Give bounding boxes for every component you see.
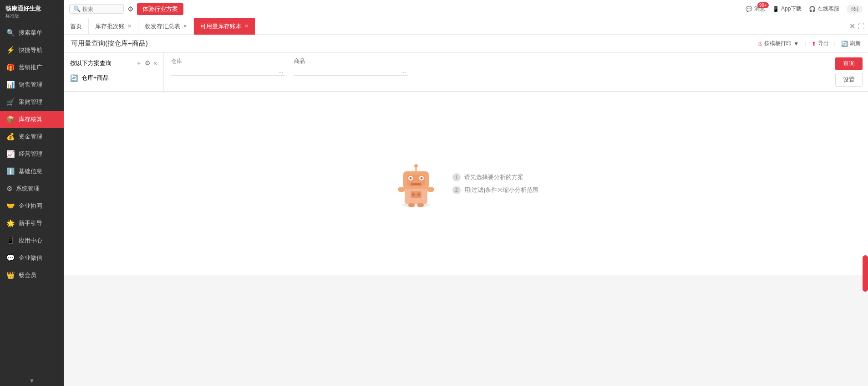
sidebar-label-5: 库存核算 xyxy=(19,115,42,124)
tip-2-number: 2 xyxy=(452,186,461,194)
empty-illustration xyxy=(393,163,434,204)
search-input[interactable] xyxy=(82,6,119,12)
svg-point-7 xyxy=(420,177,422,180)
query-button[interactable]: 查询 xyxy=(835,57,863,70)
print-dropdown-icon[interactable]: ▼ xyxy=(793,41,799,47)
tip-1-text: 请先选择要分析的方案 xyxy=(464,173,523,181)
product-input[interactable] xyxy=(296,68,400,74)
sidebar-item-销售管理[interactable]: 📊 销售管理 xyxy=(0,76,64,93)
sidebar-label-8: 基础信息 xyxy=(19,167,42,175)
warehouse-field: 仓库 ... xyxy=(171,57,285,76)
sidebar-item-应用中心[interactable]: 📱 应用中心 xyxy=(0,232,64,249)
solution-button[interactable]: 体验行业方案 xyxy=(137,3,183,15)
tab-库存批次账[interactable]: 库存批次账✕ xyxy=(89,18,138,35)
sidebar-item-库存核算[interactable]: 📦 库存核算 xyxy=(0,111,64,128)
tab-bar: 首页库存批次账✕收发存汇总表✕可用量库存账本✕ ✕ ⛶ xyxy=(64,18,868,35)
sidebar-label-9: 系统管理 xyxy=(16,185,40,193)
tip-2-text: 用[过滤]条件来缩小分析范围 xyxy=(464,186,538,194)
tab-close-2[interactable]: ✕ xyxy=(183,23,187,29)
warehouse-input[interactable] xyxy=(173,68,277,74)
sidebar-item-畅会员[interactable]: 👑 畅会员 xyxy=(0,267,64,284)
scheme-item-label: 仓库+商品 xyxy=(81,74,109,82)
tab-收发存汇总表[interactable]: 收发存汇总表✕ xyxy=(138,18,194,35)
filter-conditions: 仓库 ... 商品 ... xyxy=(164,53,830,91)
filter-buttons: 查询 设置 xyxy=(830,53,868,91)
app-download-button[interactable]: 📱 App下载 xyxy=(772,5,802,13)
sidebar-icon-6: 💰 xyxy=(6,133,15,141)
filter-schemes-panel: 按以下方案查询 ＋ ⚙ « 🔄 仓库+商品 xyxy=(64,53,164,91)
scheme-actions: ＋ ⚙ « xyxy=(136,59,157,67)
svg-rect-15 xyxy=(427,187,434,192)
robot-svg xyxy=(393,163,439,209)
refresh-button[interactable]: 🔄 刷新 xyxy=(841,40,861,47)
sidebar-label-2: 营销推广 xyxy=(19,63,42,72)
sidebar-label-13: 企业微信 xyxy=(19,254,42,262)
sidebar-icon-8: ℹ️ xyxy=(6,167,15,175)
print-icon: 🖨 xyxy=(757,41,762,47)
user-menu[interactable]: Rit xyxy=(847,5,863,13)
product-more-icon[interactable]: ... xyxy=(401,68,406,74)
sidebar-item-采购管理[interactable]: 🛒 采购管理 xyxy=(0,93,64,111)
sidebar-icon-4: 🛒 xyxy=(6,98,15,106)
sidebar-icon-12: 📱 xyxy=(6,237,15,245)
sidebar-icon-0: 🔍 xyxy=(6,29,15,37)
tab-label-2: 收发存汇总表 xyxy=(145,22,180,31)
product-field: 商品 ... xyxy=(294,57,408,76)
topbar-search-box[interactable]: 🔍 xyxy=(69,4,124,14)
settings-button[interactable]: 设置 xyxy=(835,73,863,87)
sidebar-label-14: 畅会员 xyxy=(19,271,36,279)
tab-首页[interactable]: 首页 xyxy=(64,18,89,35)
sidebar-item-营销推广[interactable]: 🎁 营销推广 xyxy=(0,59,64,76)
message-button[interactable]: 💬 消息 99+ xyxy=(746,5,765,13)
settings-scheme-icon[interactable]: ⚙ xyxy=(145,59,151,67)
empty-content: 1 请先选择要分析的方案 2 用[过滤]条件来缩小分析范围 xyxy=(393,163,538,204)
svg-point-10 xyxy=(414,164,418,168)
tab-label-0: 首页 xyxy=(70,22,82,31)
tab-label-3: 可用量库存账本 xyxy=(200,22,242,31)
svg-point-13 xyxy=(417,193,420,196)
sidebar-item-快捷导航[interactable]: ⚡ 快捷导航 xyxy=(0,41,64,59)
empty-tip-2: 2 用[过滤]条件来缩小分析范围 xyxy=(452,186,538,194)
service-label: 在线客服 xyxy=(817,5,839,13)
sidebar-label-10: 企业协同 xyxy=(19,202,42,210)
divider: | xyxy=(804,40,806,47)
sidebar-item-新手引导[interactable]: 🌟 新手引导 xyxy=(0,215,64,232)
tabs-controls: ✕ ⛶ xyxy=(846,22,868,31)
empty-state: 1 请先选择要分析的方案 2 用[过滤]条件来缩小分析范围 xyxy=(64,93,868,275)
sidebar-item-搜索菜单[interactable]: 🔍 搜索菜单 xyxy=(0,24,64,41)
sidebar-item-资金管理[interactable]: 💰 资金管理 xyxy=(0,128,64,145)
sidebar-icon-2: 🎁 xyxy=(6,63,15,72)
close-all-tabs-icon[interactable]: ✕ xyxy=(849,22,855,31)
refresh-label: 刷新 xyxy=(850,40,861,47)
search-icon: 🔍 xyxy=(73,5,81,12)
sidebar-item-企业微信[interactable]: 💬 企业微信 xyxy=(0,249,64,267)
sidebar-icon-11: 🌟 xyxy=(6,219,15,227)
sidebar-label-0: 搜索菜单 xyxy=(19,29,42,37)
sidebar-logo: 畅康通好生意 标准版 xyxy=(0,0,64,24)
gear-icon[interactable]: ⚙ xyxy=(127,5,133,13)
tab-可用量库存账本[interactable]: 可用量库存账本✕ xyxy=(194,18,255,35)
sidebar-item-基础信息[interactable]: ℹ️ 基础信息 xyxy=(0,163,64,180)
sidebar-item-经营管理[interactable]: 📈 经营管理 xyxy=(0,145,64,163)
sidebar-scroll-down[interactable]: ▼ xyxy=(0,376,64,386)
print-label: 按模板打印 xyxy=(764,40,792,47)
sidebar-item-系统管理[interactable]: ⚙ 系统管理 xyxy=(0,180,64,197)
add-scheme-icon[interactable]: ＋ xyxy=(136,59,142,67)
scheme-item-warehouse-product[interactable]: 🔄 仓库+商品 xyxy=(64,71,163,85)
service-button[interactable]: 🎧 在线客服 xyxy=(809,5,839,13)
warehouse-input-container[interactable]: ... xyxy=(171,67,285,76)
tab-close-3[interactable]: ✕ xyxy=(244,23,249,29)
page-content: 可用量查询(按仓库+商品) 🖨 按模板打印 ▼ | ⬆ 导出 | 🔄 刷新 xyxy=(64,35,868,386)
sidebar-item-企业协同[interactable]: 🤝 企业协同 xyxy=(0,197,64,215)
tip-1-number: 1 xyxy=(452,173,461,181)
collapse-scheme-icon[interactable]: « xyxy=(153,59,157,67)
export-button[interactable]: ⬆ 导出 xyxy=(812,40,829,47)
product-label: 商品 xyxy=(294,57,408,65)
product-input-container[interactable]: ... xyxy=(294,67,408,76)
expand-tabs-icon[interactable]: ⛶ xyxy=(858,23,864,30)
scheme-item-icon: 🔄 xyxy=(70,74,78,82)
warehouse-more-icon[interactable]: ... xyxy=(279,68,283,74)
sidebar-icon-9: ⚙ xyxy=(6,185,12,193)
print-button[interactable]: 🖨 按模板打印 ▼ xyxy=(757,40,799,47)
tab-close-1[interactable]: ✕ xyxy=(127,23,132,29)
